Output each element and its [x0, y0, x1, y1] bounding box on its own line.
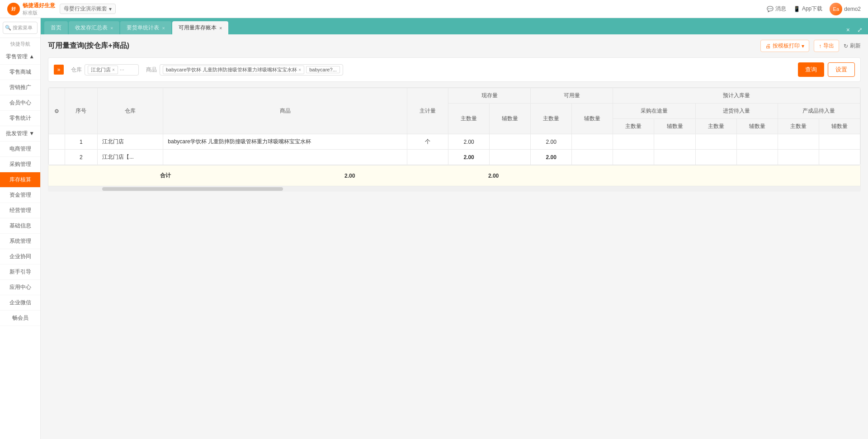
tab-available-stock[interactable]: 可用量库存账本 ×	[172, 21, 228, 34]
sidebar-item-retail-mgmt[interactable]: 零售管理 ▲	[0, 49, 40, 65]
col-no-header: 序号	[65, 88, 98, 134]
tab-receivable-label: 收发存汇总表	[75, 24, 108, 32]
top-bar: 好 畅捷通好生意 标准版 母婴行业演示账套 ▾ 💬 消息 📱 App下载 Ea …	[0, 0, 868, 18]
product-tag-2[interactable]: babycare?...	[306, 66, 340, 73]
cell-uom	[407, 150, 448, 165]
product-filter-tags[interactable]: babycare学饮杯 儿童防摔防撞吸管杯重力球吸嘴杯宝宝水杯 × babyca…	[160, 64, 343, 76]
tab-available-stock-close[interactable]: ×	[219, 25, 222, 31]
product-tag-1[interactable]: babycare学饮杯 儿童防摔防撞吸管杯重力球吸嘴杯宝宝水杯 ×	[163, 66, 304, 74]
filter-actions: 查询 设置	[798, 62, 855, 77]
col-available-group-header: 可用量	[531, 88, 613, 104]
app-download-action[interactable]: 📱 App下载	[793, 5, 822, 13]
industry-selector[interactable]: 母婴行业演示账套 ▾	[60, 4, 116, 14]
data-table: ⚙ 序号 仓库 商品 主计量 现存量 可用量 预计入库量 主数量 辅数量	[48, 88, 860, 165]
sidebar-item-retail-mall[interactable]: 零售商城	[0, 65, 40, 80]
tab-receivable-close[interactable]: ×	[110, 25, 113, 31]
col-stock-main-header: 主数量	[448, 104, 490, 134]
tab-order-stats[interactable]: 要货单统计表 ×	[120, 21, 171, 34]
tab-order-stats-close[interactable]: ×	[162, 25, 165, 31]
quick-nav-label[interactable]: 快捷导航	[0, 38, 40, 49]
query-button[interactable]: 查询	[798, 62, 824, 77]
settings-button[interactable]: 设置	[828, 62, 855, 77]
cell-stock-main: 2.00	[448, 150, 490, 165]
cell-pur-transit-aux	[654, 134, 695, 150]
print-template-button[interactable]: 🖨 按模板打印 ▾	[760, 40, 809, 52]
sidebar-item-finance[interactable]: 资金管理	[0, 188, 40, 203]
cell-warehouse: 江北门店	[97, 134, 163, 150]
cell-product: babycare学饮杯 儿童防摔防撞吸管杯重力球吸嘴杯宝宝水杯	[163, 134, 407, 150]
sidebar-item-purchase[interactable]: 采购管理	[0, 157, 40, 172]
cell-product-in-aux	[819, 150, 860, 165]
sidebar-item-label: 会员中心	[9, 99, 31, 107]
chevron-down-icon: ▾	[109, 6, 112, 12]
search-menu-button[interactable]: 🔍 搜索菜单	[3, 22, 38, 34]
logo-icon: 好	[7, 3, 20, 15]
refresh-icon: ↻	[844, 43, 848, 49]
industry-label: 母婴行业演示账套	[64, 5, 107, 13]
sidebar-item-label: 新手引导	[9, 268, 31, 276]
app-subtitle: 标准版	[23, 9, 55, 16]
cell-pur-transit-main	[613, 150, 654, 165]
refresh-button[interactable]: ↻ 刷新	[844, 42, 861, 50]
message-action[interactable]: 💬 消息	[767, 5, 786, 13]
tab-home[interactable]: 首页	[44, 21, 68, 34]
app-download-label: App下载	[802, 5, 822, 13]
sidebar-item-wholesale[interactable]: 批发管理 ▼	[0, 126, 40, 142]
sidebar-item-label: 企业协同	[9, 253, 31, 260]
avatar: Ea	[830, 3, 842, 15]
sidebar-item-vip[interactable]: 畅会员	[0, 311, 40, 326]
col-goods-in-group-header: 进货待入量	[695, 104, 778, 119]
sidebar-item-label: 零售商城	[9, 68, 31, 76]
sidebar-item-system[interactable]: 系统管理	[0, 234, 40, 249]
tab-home-label: 首页	[51, 24, 61, 32]
col-pur-transit-main-header: 主数量	[613, 119, 654, 134]
warehouse-filter-group: 仓库 江北门店 × ···	[71, 64, 139, 76]
refresh-label: 刷新	[850, 42, 861, 50]
sidebar-item-enterprise[interactable]: 企业协同	[0, 249, 40, 264]
sidebar-item-member[interactable]: 会员中心	[0, 95, 40, 111]
header-actions: 🖨 按模板打印 ▾ ↑ 导出 ↻ 刷新	[760, 40, 861, 52]
tab-close-all-button[interactable]: ×	[844, 25, 852, 34]
sidebar-item-marketing[interactable]: 营销推广	[0, 80, 40, 95]
sidebar-item-retail-stats[interactable]: 零售统计	[0, 111, 40, 126]
sidebar-item-app-center[interactable]: 应用中心	[0, 280, 40, 295]
col-stock-aux-header: 辅数量	[490, 104, 531, 134]
sidebar-item-ecommerce[interactable]: 电商管理	[0, 142, 40, 157]
product-tag-1-remove[interactable]: ×	[298, 67, 301, 72]
col-product-in-main-header: 主数量	[778, 119, 819, 134]
sidebar-item-inventory[interactable]: 库存核算	[0, 172, 40, 188]
app-name: 畅捷通好生意	[23, 2, 55, 9]
sidebar-item-label: 企业微信	[9, 299, 31, 307]
sidebar-item-label: 系统管理	[9, 237, 31, 245]
app-info: 畅捷通好生意 标准版	[23, 2, 55, 16]
sidebar-item-label: 零售统计	[9, 114, 31, 122]
sidebar-item-newbie[interactable]: 新手引导	[0, 264, 40, 280]
cell-stock-main: 2.00	[448, 134, 490, 150]
sidebar-item-basic-info[interactable]: 基础信息	[0, 218, 40, 234]
warehouse-tag[interactable]: 江北门店 ×	[88, 66, 118, 74]
warehouse-tag-remove[interactable]: ×	[112, 67, 115, 72]
sidebar-item-label: 零售管理 ▲	[6, 53, 34, 61]
total-stock-main: 2.00	[301, 169, 399, 182]
top-bar-left: 好 畅捷通好生意 标准版 母婴行业演示账套 ▾	[7, 2, 116, 16]
tab-bar: 首页 收发存汇总表 × 要货单统计表 × 可用量库存账本 × × ⤢	[41, 18, 868, 34]
tab-receivable[interactable]: 收发存汇总表 ×	[69, 21, 119, 34]
cell-product-in-main	[778, 150, 819, 165]
sidebar-search[interactable]: 🔍 搜索菜单	[0, 18, 40, 38]
filter-expand-button[interactable]: »	[54, 65, 64, 75]
tab-expand-button[interactable]: ⤢	[855, 25, 864, 34]
product-tag-1-label: babycare学饮杯 儿童防摔防撞吸管杯重力球吸嘴杯宝宝水杯	[166, 66, 297, 73]
cell-goods-in-main	[695, 150, 736, 165]
warehouse-ellipsis: ···	[120, 66, 124, 73]
cell-pur-transit-aux	[654, 150, 695, 165]
warehouse-filter-label: 仓库	[71, 66, 82, 74]
col-settings-header[interactable]: ⚙	[49, 88, 65, 134]
export-button[interactable]: ↑ 导出	[814, 40, 839, 52]
message-label: 消息	[775, 5, 786, 13]
warehouse-filter-tags[interactable]: 江北门店 × ···	[85, 64, 139, 76]
user-area[interactable]: Ea demo2	[830, 3, 861, 15]
cell-no: 1	[65, 134, 98, 150]
sidebar-item-label: 批发管理 ▼	[6, 130, 34, 137]
sidebar-item-operations[interactable]: 经营管理	[0, 203, 40, 218]
sidebar-item-wechat[interactable]: 企业微信	[0, 295, 40, 311]
